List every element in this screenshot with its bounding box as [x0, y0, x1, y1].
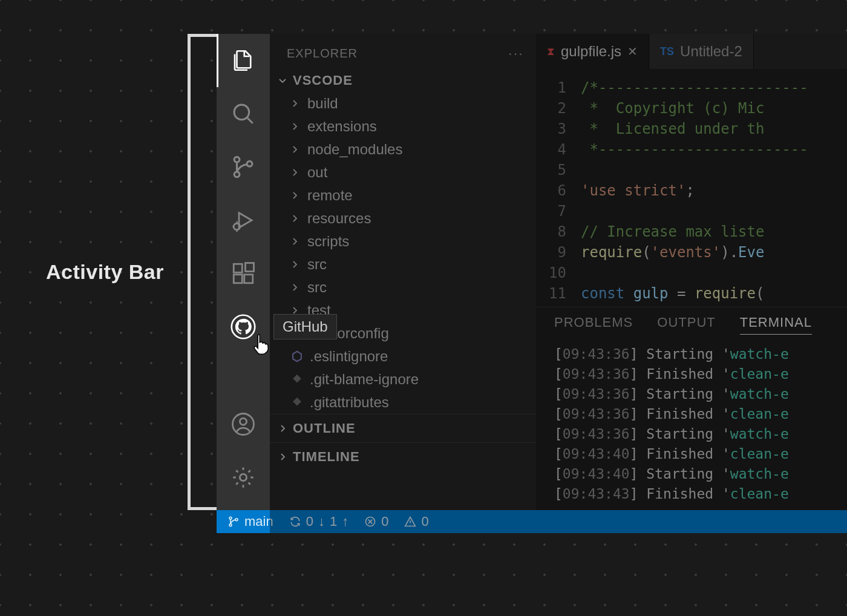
source-control-icon	[231, 154, 256, 180]
panel-tab-output[interactable]: OUTPUT	[657, 315, 715, 335]
svg-rect-5	[234, 264, 242, 272]
tree-root[interactable]: VSCODE	[270, 69, 536, 92]
svg-rect-8	[246, 263, 254, 272]
sidebar-header: EXPLORER ···	[270, 34, 536, 69]
folder-label: resources	[307, 210, 371, 227]
activity-accounts[interactable]	[217, 398, 270, 451]
main-row: GitHub	[217, 34, 847, 510]
status-branch[interactable]: main	[227, 514, 273, 529]
svg-point-15	[229, 517, 232, 519]
tab-label: gulpfile.js	[561, 43, 621, 60]
chevron-right-icon	[288, 212, 301, 225]
file-icon	[290, 350, 304, 363]
activity-extensions[interactable]	[217, 247, 270, 300]
folder-label: scripts	[307, 233, 349, 250]
svg-point-17	[235, 519, 238, 521]
bottom-panel: PROBLEMS OUTPUT TERMINAL [09:43:36] Star…	[536, 307, 847, 510]
tree-root-label: VSCODE	[293, 73, 353, 88]
status-warnings[interactable]: 0	[404, 514, 428, 529]
tree-file[interactable]: .gitattributes	[270, 391, 536, 414]
branch-icon	[227, 516, 240, 528]
tab-gulpfile[interactable]: ⧗ gulpfile.js ✕	[536, 34, 649, 69]
tab-label: Untitled-2	[680, 43, 742, 60]
activity-bar: GitHub	[217, 34, 270, 510]
svg-point-1	[234, 157, 240, 162]
status-errors[interactable]: 0	[364, 514, 388, 529]
gulp-icon: ⧗	[547, 45, 555, 58]
sync-down: 0	[306, 514, 313, 529]
activity-github[interactable]: GitHub	[217, 300, 270, 353]
file-tree: VSCODE buildextensionsnode_modulesoutrem…	[270, 69, 536, 510]
account-icon	[231, 411, 256, 437]
vscode-window: GitHub	[217, 34, 847, 533]
terminal-output[interactable]: [09:43:36] Starting 'watch-e[09:43:36] F…	[536, 339, 847, 510]
chevron-right-icon	[288, 120, 301, 133]
tree-file[interactable]: .git-blame-ignore	[270, 368, 536, 391]
tree-folder[interactable]: src	[270, 253, 536, 276]
tree-folder[interactable]: extensions	[270, 115, 536, 138]
code-editor[interactable]: 1234567891011 /*------------------------…	[536, 69, 847, 307]
tree-folder[interactable]: resources	[270, 207, 536, 230]
folder-label: src	[307, 256, 327, 273]
folder-label: node_modules	[307, 141, 402, 158]
line-gutter: 1234567891011	[536, 69, 575, 307]
sidebar-actions[interactable]: ···	[508, 45, 524, 62]
search-icon	[231, 101, 256, 126]
tree-folder[interactable]: node_modules	[270, 138, 536, 161]
sync-icon	[289, 516, 301, 528]
folder-label: out	[307, 164, 327, 181]
svg-point-11	[240, 418, 246, 425]
warning-count: 0	[421, 514, 428, 529]
panel-tabs: PROBLEMS OUTPUT TERMINAL	[536, 307, 847, 339]
timeline-section[interactable]: TIMELINE	[270, 442, 536, 471]
outline-section[interactable]: OUTLINE	[270, 414, 536, 442]
activity-explorer[interactable]	[217, 34, 270, 87]
debug-icon	[231, 208, 256, 233]
sync-up: 1	[330, 514, 337, 529]
activity-source-control[interactable]	[217, 140, 270, 194]
code-content: /*------------------------ * Copyright (…	[575, 69, 847, 307]
svg-point-12	[240, 474, 246, 480]
file-icon	[290, 373, 304, 386]
extensions-icon	[231, 261, 256, 286]
file-label: .git-blame-ignore	[310, 371, 419, 388]
chevron-right-icon	[288, 143, 301, 156]
files-icon	[231, 48, 256, 73]
close-icon[interactable]: ✕	[627, 44, 638, 59]
chevron-right-icon	[276, 450, 289, 464]
svg-rect-6	[234, 275, 242, 283]
branch-name: main	[244, 514, 273, 529]
folder-label: src	[307, 279, 327, 296]
folder-label: remote	[307, 187, 353, 204]
error-icon	[364, 516, 376, 528]
tree-folder[interactable]: out	[270, 161, 536, 184]
file-label: .gitattributes	[310, 394, 389, 411]
status-bar: main 0↓ 1↑ 0 0	[217, 510, 847, 533]
tab-untitled[interactable]: TS Untitled-2	[649, 34, 754, 69]
svg-point-0	[234, 105, 249, 120]
cursor-pointer-icon	[249, 332, 275, 357]
chevron-right-icon	[288, 235, 301, 248]
chevron-right-icon	[288, 281, 301, 294]
panel-tab-terminal[interactable]: TERMINAL	[740, 315, 812, 335]
chevron-right-icon	[288, 189, 301, 202]
svg-point-16	[229, 524, 232, 526]
warning-icon	[404, 516, 416, 528]
tree-folder[interactable]: scripts	[270, 230, 536, 253]
tree-folder[interactable]: src	[270, 276, 536, 299]
status-sync[interactable]: 0↓ 1↑	[289, 514, 349, 529]
diagram-label: Activity Bar	[46, 260, 164, 284]
error-count: 0	[381, 514, 388, 529]
editor-tabs: ⧗ gulpfile.js ✕ TS Untitled-2	[536, 34, 847, 69]
tree-folder[interactable]: remote	[270, 184, 536, 207]
activity-search[interactable]	[217, 87, 270, 140]
sidebar-explorer: EXPLORER ··· VSCODE buildextensionsnode_…	[270, 34, 536, 510]
ts-icon: TS	[660, 45, 674, 58]
panel-tab-problems[interactable]: PROBLEMS	[554, 315, 633, 335]
activity-run-debug[interactable]	[217, 194, 270, 247]
file-label: .eslintignore	[310, 348, 388, 365]
tree-file[interactable]: .eslintignore	[270, 345, 536, 368]
file-icon	[290, 396, 304, 409]
tree-folder[interactable]: build	[270, 92, 536, 115]
activity-settings[interactable]	[217, 451, 270, 504]
